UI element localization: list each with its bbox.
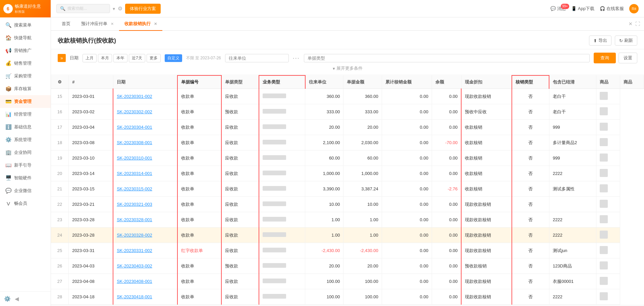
- sidebar-item-guide[interactable]: 📖新手引导: [0, 159, 51, 172]
- logo-icon: 6: [3, 4, 13, 13]
- sidebar-item-system[interactable]: ⚙️系统管理: [0, 133, 51, 146]
- settings-footer-icon[interactable]: ⚙️: [4, 296, 11, 302]
- tab-close-collection[interactable]: ✕: [154, 22, 157, 26]
- row-bill-no[interactable]: SK-20230328-001: [113, 212, 177, 228]
- bill-no-link[interactable]: SK-20230403-002: [117, 263, 152, 268]
- filter-collapse-button[interactable]: »: [58, 54, 66, 62]
- header-gear-icon[interactable]: ⚙: [118, 5, 122, 12]
- row-bill-no[interactable]: SK-20230321-003: [113, 197, 177, 212]
- date-btn-4[interactable]: 更多: [147, 54, 161, 62]
- row-counterpart: [259, 228, 305, 243]
- sidebar-item-inventory[interactable]: 📦库存核算: [0, 82, 51, 95]
- sidebar-item-hardware[interactable]: 🖥️智能硬件: [0, 172, 51, 184]
- row-cash-discount: 0.00: [432, 258, 461, 274]
- row-include-settled: 否: [512, 181, 549, 197]
- refresh-button[interactable]: ↻ 刷新: [615, 36, 637, 46]
- row-include-settled: 否: [512, 228, 549, 243]
- row-balance: 0.00: [382, 89, 432, 104]
- row-bill-no[interactable]: SK-20230408-001: [113, 274, 177, 289]
- col-header-date: 日期: [113, 75, 177, 89]
- row-bill-no[interactable]: SK-20230418-001: [113, 289, 177, 305]
- user-avatar[interactable]: Rit: [629, 4, 639, 13]
- row-bill-amount: 3,390.00: [305, 181, 343, 197]
- bill-no-link[interactable]: SK-20230301-002: [117, 94, 152, 99]
- bill-no-link[interactable]: SK-20230304-001: [117, 125, 152, 130]
- sidebar-label-purchase: 采购管理: [14, 73, 32, 79]
- solution-button[interactable]: 体验行业方案: [125, 4, 161, 14]
- row-bill-no[interactable]: SK-20230331-002: [113, 243, 177, 258]
- row-bill-no[interactable]: SK-20230315-002: [113, 181, 177, 197]
- close-window-icon[interactable]: ✕: [629, 21, 633, 26]
- row-date: 2023-03-21: [69, 197, 113, 212]
- sidebar-item-wechat[interactable]: 💬企业微信: [0, 184, 51, 197]
- row-bill-no[interactable]: SK-20230403-002: [113, 258, 177, 274]
- query-button[interactable]: 查询: [594, 53, 616, 63]
- bill-no-link[interactable]: SK-20230308-001: [117, 140, 152, 145]
- app-download-button[interactable]: 📱 App下载: [571, 6, 594, 12]
- sidebar-item-corp[interactable]: 🏢企业协同: [0, 146, 51, 159]
- row-bill-no[interactable]: SK-20230302-002: [113, 104, 177, 120]
- date-btn-1[interactable]: 本月: [98, 54, 112, 62]
- row-bill-type: 收款单: [177, 212, 221, 228]
- counterpart-input[interactable]: [225, 54, 289, 62]
- row-counterpart: [259, 258, 305, 274]
- row-date: 2023-03-31: [69, 243, 113, 258]
- bill-type-input[interactable]: [304, 54, 590, 62]
- filter-settings-button[interactable]: 设置: [619, 53, 637, 63]
- row-date: 2023-03-04: [69, 120, 113, 135]
- bill-no-link[interactable]: SK-20230408-001: [117, 279, 152, 284]
- date-btn-3[interactable]: 近7天: [129, 54, 145, 62]
- row-bill-no[interactable]: SK-20230314-001: [113, 166, 177, 181]
- col-settings[interactable]: ⚙: [51, 75, 69, 89]
- collapse-footer-icon[interactable]: ◀: [15, 296, 19, 302]
- tab-pending[interactable]: 预计冲应付单✕: [76, 17, 119, 31]
- bill-no-link[interactable]: SK-20230328-001: [117, 217, 152, 222]
- sidebar-item-basic[interactable]: ℹ️基础信息: [0, 121, 51, 133]
- date-btn-2[interactable]: 本年: [113, 54, 127, 62]
- table-row: 252023-03-31SK-20230331-002红字收款单应收款 -2,4…: [51, 243, 644, 258]
- sidebar-item-shortcut[interactable]: 🏠快捷导航: [0, 32, 51, 44]
- guide-icon: 📖: [5, 162, 11, 168]
- header-dropdown-icon[interactable]: ▾: [113, 6, 115, 11]
- sidebar-item-operations[interactable]: 📊经营管理: [0, 108, 51, 121]
- bill-no-link[interactable]: SK-20230418-001: [117, 294, 152, 299]
- sidebar-item-member[interactable]: V畅会员: [0, 197, 51, 210]
- export-button[interactable]: ⬆ 导出: [589, 36, 611, 46]
- expand-filter-row[interactable]: ▾ 展开更多条件: [58, 65, 637, 71]
- row-counterpart: [259, 197, 305, 212]
- sidebar-item-purchase[interactable]: 🛒采购管理: [0, 70, 51, 82]
- bill-no-link[interactable]: SK-20230310-001: [117, 156, 152, 161]
- tab-close-pending[interactable]: ✕: [111, 22, 114, 26]
- row-cash-discount: 0.00: [432, 120, 461, 135]
- tab-home[interactable]: 首页: [56, 17, 76, 31]
- sidebar-item-sales[interactable]: 💰销售管理: [0, 57, 51, 70]
- main-area: 🔍 搜索功能... ▾ ⚙ 体验行业方案 💬 消息 99+ 📱 App下载 🎧 …: [51, 0, 644, 306]
- row-bill-no[interactable]: SK-20230310-001: [113, 150, 177, 166]
- custom-date-button[interactable]: 自定义: [165, 54, 182, 62]
- service-button[interactable]: 🎧 在线客服: [600, 6, 624, 12]
- date-btn-0[interactable]: 上月: [83, 54, 97, 62]
- row-bill-no[interactable]: SK-20230304-001: [113, 120, 177, 135]
- bill-no-link[interactable]: SK-20230314-001: [117, 171, 152, 176]
- bill-no-link[interactable]: SK-20230321-003: [117, 202, 152, 207]
- header-search-wrapper[interactable]: 🔍 搜索功能...: [56, 4, 110, 13]
- row-bill-amount: 1.00: [305, 212, 343, 228]
- row-bill-amount: 1.00: [305, 228, 343, 243]
- bill-no-link[interactable]: SK-20230315-002: [117, 186, 152, 191]
- row-cash-discount: 0.00: [432, 89, 461, 104]
- row-cash-discount: -2.76: [432, 181, 461, 197]
- row-bill-no[interactable]: SK-20230301-002: [113, 89, 177, 104]
- row-bill-no[interactable]: SK-20230328-002: [113, 228, 177, 243]
- row-num: 28: [51, 289, 69, 305]
- expand-window-icon[interactable]: ⛶: [635, 21, 640, 26]
- bill-no-link[interactable]: SK-20230331-002: [117, 248, 152, 253]
- sidebar-item-search[interactable]: 🔍搜索菜单: [0, 19, 51, 32]
- bill-no-link[interactable]: SK-20230302-002: [117, 109, 152, 114]
- bill-no-link[interactable]: SK-20230328-002: [117, 233, 152, 238]
- row-date: 2023-03-28: [69, 212, 113, 228]
- tab-collection[interactable]: 收款核销执行✕: [119, 17, 162, 31]
- sidebar-item-finance[interactable]: 💳资金管理: [0, 95, 51, 108]
- row-bill-no[interactable]: SK-20230308-001: [113, 135, 177, 150]
- messages-button[interactable]: 💬 消息 99+: [550, 6, 566, 12]
- sidebar-item-marketing[interactable]: 📢营销推广: [0, 44, 51, 57]
